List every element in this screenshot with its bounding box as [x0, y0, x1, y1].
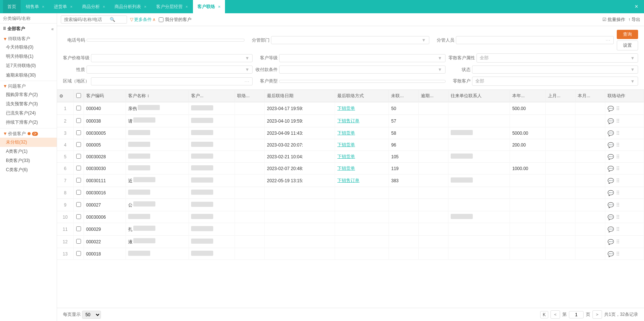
comment-icon[interactable]: 💬	[608, 226, 614, 232]
th-checkbox[interactable]	[73, 90, 84, 102]
last-method-link[interactable]: 下销货单	[337, 166, 355, 171]
comment-icon[interactable]: 💬	[608, 214, 614, 220]
sidebar-collapse-icon[interactable]: «	[51, 27, 54, 32]
prev-page-btn[interactable]: ＜	[550, 310, 560, 319]
region-input[interactable]: ···	[91, 77, 253, 85]
last-method-link[interactable]: 下销货单	[337, 106, 355, 111]
comment-icon[interactable]: 💬	[608, 202, 614, 208]
export-btn[interactable]: ↑ 导出	[628, 17, 640, 23]
comment-icon[interactable]: 💬	[608, 178, 614, 184]
sidebar-item-ungroup[interactable]: 未分组(32)	[0, 138, 57, 147]
next-page-btn[interactable]: ＞	[592, 310, 602, 319]
row-checkbox[interactable]	[76, 154, 81, 159]
sidebar-item-churned[interactable]: 已流失客户(24)	[0, 109, 57, 118]
manager-input[interactable]: ···	[456, 36, 614, 44]
last-method-link[interactable]: 下销货单	[337, 154, 355, 159]
search-input[interactable]	[64, 17, 108, 22]
comment-icon[interactable]: 💬	[608, 239, 614, 245]
retail-customer-input[interactable]: 全部 ▼	[472, 77, 638, 86]
row-checkbox[interactable]	[76, 106, 81, 110]
first-page-btn[interactable]: K	[540, 311, 548, 318]
nav-tab-customer-contact[interactable]: 客户联络 ×	[193, 0, 225, 13]
batch-ops-btn[interactable]: ☑ 批量操作	[602, 17, 625, 23]
grid-icon[interactable]: ⠿	[616, 202, 620, 208]
customer-type-input[interactable]	[279, 80, 445, 83]
last-method-link[interactable]: 下销售订单	[337, 178, 359, 183]
query-button[interactable]: 查询	[617, 30, 638, 39]
sidebar-item-today[interactable]: 今天待联络(0)	[0, 43, 57, 52]
close-product-list-icon[interactable]: ×	[144, 4, 146, 9]
grid-icon[interactable]: ⠿	[616, 166, 620, 172]
comment-icon[interactable]: 💬	[608, 166, 614, 172]
grid-icon[interactable]: ⠿	[616, 251, 620, 257]
my-customers-checkbox[interactable]	[159, 17, 163, 22]
grid-icon[interactable]: ⠿	[616, 190, 620, 196]
sidebar-item-c-class[interactable]: C类客户(6)	[0, 165, 57, 174]
grid-icon[interactable]: ⠿	[616, 154, 620, 160]
nav-tab-sales[interactable]: 销售单 ×	[21, 0, 49, 13]
row-checkbox[interactable]	[76, 202, 81, 207]
close-all-tabs[interactable]: ×	[632, 3, 641, 10]
phone-input[interactable]	[87, 39, 244, 42]
page-number-input[interactable]	[569, 311, 584, 318]
comment-icon[interactable]: 💬	[608, 130, 614, 136]
last-method-link[interactable]: 下销货单	[337, 142, 355, 147]
category-search-input[interactable]	[3, 16, 57, 21]
row-checkbox[interactable]	[76, 130, 81, 135]
customer-level-input[interactable]: ▼	[279, 54, 445, 62]
nav-tab-customer-segment[interactable]: 客户分层经营 ×	[152, 0, 192, 13]
status-input[interactable]: ▼	[472, 66, 638, 74]
price-level-input[interactable]: ▼	[91, 54, 253, 62]
row-checkbox[interactable]	[76, 190, 81, 195]
select-all-checkbox[interactable]	[76, 93, 81, 98]
grid-icon[interactable]: ⠿	[616, 239, 620, 245]
payment-input[interactable]: ▼	[279, 66, 445, 74]
grid-icon[interactable]: ⠿	[616, 214, 620, 220]
sidebar-item-7days[interactable]: 近7天待联络(0)	[0, 61, 57, 70]
close-sales-icon[interactable]: ×	[42, 4, 44, 9]
last-method-link[interactable]: 下销售订单	[337, 118, 359, 123]
grid-icon[interactable]: ⠿	[616, 142, 620, 148]
sidebar-item-a-class[interactable]: A类客户(1)	[0, 147, 57, 156]
row-checkbox[interactable]	[76, 166, 81, 170]
close-customer-segment-icon[interactable]: ×	[186, 4, 188, 9]
grid-icon[interactable]: ⠿	[616, 130, 620, 136]
grid-icon[interactable]: ⠿	[616, 226, 620, 232]
close-purchase-icon[interactable]: ×	[70, 4, 72, 9]
grid-icon[interactable]: ⠿	[616, 118, 620, 124]
sidebar-item-churn-warning[interactable]: 流失预警客户(3)	[0, 99, 57, 109]
row-checkbox[interactable]	[76, 251, 81, 256]
my-customers-filter[interactable]: 我分管的客户	[159, 17, 191, 23]
nature-input[interactable]: ▼	[87, 66, 253, 74]
retail-attr-input[interactable]: 全部 ▼	[476, 53, 638, 63]
row-checkbox[interactable]	[76, 118, 81, 123]
reset-button[interactable]: 设置	[617, 40, 638, 50]
nav-tab-home[interactable]: 首页	[3, 0, 21, 13]
close-product-analysis-icon[interactable]: ×	[103, 4, 105, 9]
comment-icon[interactable]: 💬	[608, 142, 614, 148]
grid-icon[interactable]: ⠿	[616, 106, 620, 112]
dept-input[interactable]: ▼	[271, 36, 429, 44]
nav-tab-purchase[interactable]: 进货单 ×	[49, 0, 77, 13]
sidebar-item-overdue[interactable]: 逾期未联络(30)	[0, 71, 57, 80]
th-gear[interactable]: ⚙	[57, 90, 73, 102]
sidebar-item-tomorrow[interactable]: 明天待联络(1)	[0, 52, 57, 61]
row-checkbox[interactable]	[76, 178, 81, 183]
more-conditions-btn[interactable]: ▽ 更多条件 ∧	[130, 17, 156, 23]
nav-tab-product-list[interactable]: 商品分析列表 ×	[110, 0, 151, 13]
sidebar-item-b-class[interactable]: B类客户(33)	[0, 156, 57, 165]
grid-icon[interactable]: ⠿	[616, 178, 620, 184]
last-method-link[interactable]: 下销货单	[337, 130, 355, 135]
comment-icon[interactable]: 💬	[608, 106, 614, 112]
comment-icon[interactable]: 💬	[608, 118, 614, 124]
per-page-select[interactable]: 50 100 200	[82, 311, 101, 319]
close-customer-contact-icon[interactable]: ×	[218, 4, 220, 9]
comment-icon[interactable]: 💬	[608, 251, 614, 257]
comment-icon[interactable]: 💬	[608, 190, 614, 196]
sidebar-all-customers[interactable]: ⠿ 全部客户 «	[0, 24, 57, 34]
row-checkbox[interactable]	[76, 142, 81, 147]
sidebar-item-declining[interactable]: 持续下滑客户(2)	[0, 118, 57, 127]
row-checkbox[interactable]	[76, 239, 81, 244]
row-checkbox[interactable]	[76, 214, 81, 219]
sidebar-item-hoard[interactable]: 囤购异常客户(2)	[0, 90, 57, 99]
